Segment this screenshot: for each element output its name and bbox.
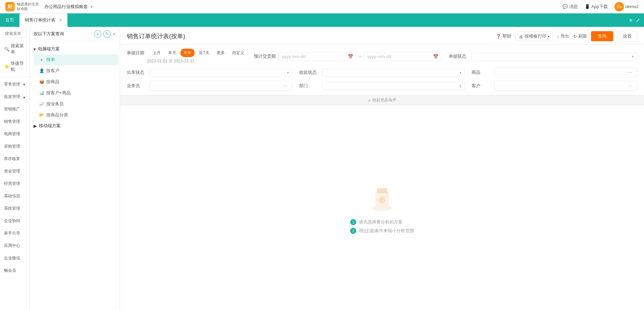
tab-home[interactable]: 首页: [0, 13, 19, 27]
retail-collapse-icon: ▾: [23, 82, 25, 87]
add-scheme-btn[interactable]: +: [94, 30, 101, 38]
edit-scheme-btn[interactable]: ✎: [103, 30, 111, 38]
date-tab-last-month[interactable]: 上月: [150, 49, 164, 57]
dropdown-arrow-icon[interactable]: ▾: [91, 4, 93, 9]
setting-button[interactable]: 设置: [617, 31, 637, 42]
expected-date-range: yyyy-mm-dd 📅 — yyyy-mm-dd 📅: [278, 52, 442, 61]
expected-date-end[interactable]: yyyy-mm-dd 📅: [364, 52, 442, 61]
scheme-section-desktop-header[interactable]: ▾ 电脑端方案: [30, 44, 120, 54]
filter-row-2: 出库状态 ▾ 收款状态 ▾: [127, 67, 637, 78]
category-icon: 📂: [39, 112, 44, 118]
refresh-icon: ↻: [573, 34, 577, 39]
collapse-panel-btn[interactable]: «: [113, 31, 116, 37]
sidebar-item-marketing[interactable]: 营销推广: [0, 103, 29, 115]
search-input[interactable]: [3, 30, 26, 38]
goods-ellipsis-icon[interactable]: ···: [627, 69, 634, 75]
filter-row-1: 单据日期 上月 本月 本年 近7天 更多 自定义 2023: [127, 49, 637, 64]
filter-expected-date-item: 预计交货期 yyyy-mm-dd 📅 — yyyy-mm-dd 📅: [254, 52, 442, 61]
sidebar-item-base-info[interactable]: 基础信息: [0, 190, 29, 202]
sidebar-item-quick-nav[interactable]: ⭐ 快捷导航: [0, 58, 29, 75]
sidebar-item-newbie[interactable]: 新手引导: [0, 227, 29, 240]
salesman-input[interactable]: ···: [150, 81, 292, 91]
date-tab-7days[interactable]: 近7天: [196, 49, 212, 57]
tab-close-icon[interactable]: ✕: [59, 18, 62, 22]
date-tab-custom[interactable]: 自定义: [229, 49, 247, 57]
sidebar-item-retail[interactable]: 零售管理 ▾: [0, 78, 29, 91]
search-menu-icon: 🔍: [4, 47, 9, 52]
scheme-item-by-customer[interactable]: 👤 按客户: [34, 65, 118, 76]
collapse-arrow-icon: ∧: [368, 98, 371, 103]
main-layout: 🔍 搜索菜单 ⭐ 快捷导航 零售管理 ▾ 批发管理 ▴ 营销推广 销售管理 电商…: [0, 27, 644, 310]
query-button[interactable]: 查询: [591, 31, 613, 41]
scheme-list: ▾ 电脑端方案 ● 按单 👤 按客户: [30, 41, 120, 310]
date-tab-this-year[interactable]: 本年: [180, 49, 195, 57]
tab-sales-order-stats[interactable]: 销售订单统计表 ✕: [19, 13, 67, 27]
date-tab-more[interactable]: 更多: [214, 49, 228, 57]
sidebar-item-app-center[interactable]: 应用中心: [0, 240, 29, 252]
message-btn[interactable]: 💬 消息: [562, 4, 578, 10]
refresh-btn[interactable]: ↻ 刷新: [573, 33, 587, 39]
help-btn[interactable]: ❓ 帮助: [496, 33, 511, 39]
dept-label: 部门: [299, 83, 319, 89]
scheme-item-by-salesman[interactable]: 📈 按业务员: [34, 99, 118, 109]
top-center[interactable]: 办公用品行业模拟账套 ▾: [44, 4, 557, 10]
dept-select[interactable]: ▾: [322, 82, 465, 90]
scheme-section-mobile-header[interactable]: ▶ 移动端方案: [30, 121, 120, 131]
user-profile-btn[interactable]: Ea demo2: [614, 2, 639, 11]
sidebar-item-operation[interactable]: 经营管理: [0, 177, 29, 190]
edit-icon: ✎: [105, 32, 109, 36]
sidebar-item-wechat[interactable]: 企业微信: [0, 252, 29, 264]
empty-state: ? 1 请先选择要分析的方案 2 用[过滤]条件来缩小分析范围: [120, 105, 644, 310]
expected-date-start[interactable]: yyyy-mm-dd 📅: [278, 52, 357, 61]
goods-input[interactable]: ···: [494, 67, 637, 78]
sidebar-item-corp-collab[interactable]: 企业协同: [0, 215, 29, 227]
app-download-btn[interactable]: 📱 App下载: [585, 4, 608, 10]
filter-salesman-item: 业务员 ···: [127, 81, 292, 91]
payment-status-select[interactable]: ▾: [322, 69, 465, 76]
download-icon: 📱: [585, 4, 590, 9]
customer-ellipsis-icon[interactable]: ···: [627, 83, 634, 89]
print-template-btn[interactable]: 🖨 按模板打印 ▾: [515, 32, 553, 41]
collapse-bar[interactable]: ∧ 收起更多条件: [120, 95, 644, 105]
sidebar-item-system[interactable]: 系统管理: [0, 202, 29, 215]
help-icon: ❓: [496, 34, 501, 39]
salesman-ellipsis-icon[interactable]: ···: [282, 83, 289, 89]
sidebar-item-ecom[interactable]: 电商管理: [0, 128, 29, 140]
top-bar: 好 畅捷通好生意 标准版 办公用品行业模拟账套 ▾ 💬 消息 📱 App下载 E…: [0, 0, 644, 13]
svg-rect-2: [377, 188, 387, 193]
date-tab-this-month[interactable]: 本月: [165, 49, 179, 57]
scheme-item-by-goods[interactable]: 📦 按商品: [34, 76, 118, 87]
customer-goods-icon: 📊: [39, 90, 44, 96]
scheme-item-by-customer-goods[interactable]: 📊 按客户+商品: [34, 88, 118, 98]
scheme-item-by-goods-category[interactable]: 📂 按商品分类: [34, 110, 118, 120]
scheme-item-active-icon: ●: [39, 57, 44, 62]
export-btn[interactable]: ↑ 导出: [557, 33, 570, 39]
sidebar-item-member[interactable]: 畅会员: [0, 264, 29, 277]
tab-expand-icon[interactable]: ⤢: [636, 17, 640, 23]
sidebar-item-wholesale[interactable]: 批发管理 ▴: [0, 91, 29, 103]
empty-hint-2: 2 用[过滤]条件来缩小分析范围: [350, 228, 414, 234]
customer-label: 客户: [472, 83, 492, 89]
tab-close-window-icon[interactable]: ✕: [629, 17, 633, 23]
collapse-filter-btn[interactable]: ∧ 收起更多条件: [368, 97, 396, 103]
scheme-section-label: 电脑端方案: [38, 46, 60, 52]
ship-status-select[interactable]: ▾: [150, 69, 292, 76]
scheme-section-mobile: ▶ 移动端方案: [30, 121, 120, 131]
goods-icon: 📦: [39, 79, 44, 85]
page-actions: ❓ 帮助 🖨 按模板打印 ▾ ↑ 导出 ↻: [496, 31, 638, 42]
print-icon: 🖨: [519, 34, 523, 39]
scheme-section-arrow-icon: ▾: [34, 47, 36, 52]
sidebar-search-area: [0, 27, 29, 40]
status-select[interactable]: ▾: [472, 53, 637, 60]
customer-input[interactable]: ···: [494, 81, 637, 91]
page-header: 销售订单统计表(按单) ❓ 帮助 🖨 按模板打印 ▾ ↑: [120, 27, 644, 45]
scheme-items-desktop: ● 按单 👤 按客户 📦 按商品: [30, 54, 120, 120]
filter-customer-item: 客户 ···: [472, 81, 637, 91]
scheme-item-by-order[interactable]: ● 按单: [34, 54, 118, 65]
sidebar-item-purchase[interactable]: 采购管理: [0, 140, 29, 153]
calendar2-icon: 📅: [433, 54, 438, 59]
sidebar-item-finance[interactable]: 资金管理: [0, 165, 29, 177]
sidebar-item-inventory[interactable]: 库存核算: [0, 153, 29, 165]
sidebar-item-search-menu[interactable]: 🔍 搜索菜单: [0, 40, 29, 58]
sidebar-item-sales[interactable]: 销售管理: [0, 115, 29, 128]
